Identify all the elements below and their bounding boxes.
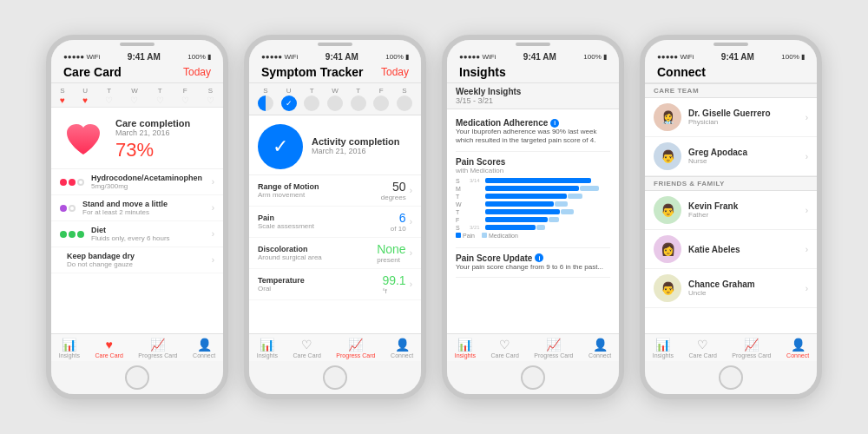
home-button-area-1 <box>51 361 223 394</box>
avatar-katie: 👩 <box>654 235 681 263</box>
tcal-t2: T <box>351 87 366 111</box>
tab-label-connect-3: Connect <box>589 352 611 358</box>
care-item-3[interactable]: Keep bandage dry Do not change gauze › <box>51 247 223 273</box>
care-item-1[interactable]: Stand and move a little For at least 2 m… <box>51 195 223 221</box>
care-card-today[interactable]: Today <box>183 66 211 78</box>
time-4: 9:41 AM <box>721 52 754 62</box>
tab-label-insights-4: Insights <box>653 352 674 358</box>
tab-label-progress-3: Progress Card <box>534 352 573 358</box>
friends-family-header: FRIENDS & FAMILY <box>645 176 817 191</box>
connect-icon-4: 👤 <box>791 338 806 352</box>
care-item-name-0: Hydrocodone/Acetaminophen <box>91 174 205 182</box>
tracker-item-2[interactable]: Discoloration Around surgical area None … <box>249 238 421 269</box>
speaker-4 <box>713 43 748 46</box>
home-button-1[interactable] <box>125 365 149 390</box>
med-adherence-desc: Your Ibuprofen adherence was 90% last we… <box>456 128 610 146</box>
tab-connect-2[interactable]: 👤 Connect <box>391 338 413 358</box>
insights-header-bar: Insights <box>447 63 619 83</box>
tab-insights-1[interactable]: 📊 Insights <box>59 338 80 358</box>
progress-icon-1: 📈 <box>150 338 165 352</box>
symptom-tracker-today[interactable]: Today <box>381 66 409 78</box>
connect-title: Connect <box>657 65 706 79</box>
care-heart-icon <box>60 116 107 163</box>
phone-notch-3 <box>447 40 619 47</box>
completion-date: March 21, 2016 <box>115 128 214 137</box>
home-button-4[interactable] <box>719 365 743 390</box>
tab-label-connect-4: Connect <box>786 352 809 358</box>
tcal-f: F <box>373 87 389 111</box>
tcal-dot-s <box>258 95 273 111</box>
care-item-2[interactable]: Diet Fluids only, every 6 hours › <box>51 221 223 247</box>
tracker-item-label-2: Discoloration Around surgical area <box>258 245 377 261</box>
connect-person-2[interactable]: 👨 Kevin Frank Father › <box>645 191 817 230</box>
insights-date-header: Weekly Insights 3/15 - 3/21 <box>447 83 619 109</box>
tab-connect-4[interactable]: 👤 Connect <box>786 338 809 358</box>
home-button-area-3 <box>447 361 619 394</box>
tab-insights-4[interactable]: 📊 Insights <box>653 338 674 358</box>
bar-pain-4 <box>485 209 560 214</box>
tab-progress-1[interactable]: 📈 Progress Card <box>138 338 177 358</box>
tab-insights-3[interactable]: 📊 Insights <box>455 338 476 358</box>
bar-med-6 <box>536 225 545 230</box>
home-button-2[interactable] <box>323 365 347 390</box>
speaker-2 <box>318 43 352 46</box>
home-button-3[interactable] <box>521 365 545 390</box>
signal-1: ●●●●● WiFi <box>63 53 100 61</box>
dot-green-1 <box>69 231 76 238</box>
care-item-name-2: Diet <box>91 226 205 234</box>
care-card-title: Care Card <box>63 65 122 79</box>
tab-label-care-4: Care Card <box>688 352 716 358</box>
tcal-t1: T <box>304 87 319 111</box>
signal-4: ●●●●● WiFi <box>657 53 694 61</box>
care-item-0[interactable]: Hydrocodone/Acetaminophen 5mg/300mg › <box>51 169 223 195</box>
tcal-u: U ✓ <box>281 87 297 111</box>
phone-symptom-tracker: ●●●●● WiFi 9:41 AM 100% ▮ Symptom Tracke… <box>244 35 426 399</box>
activity-info: Activity completion March 21, 2016 <box>312 136 412 157</box>
tracker-item-3[interactable]: Temperature Oral 99.1 °f › <box>249 269 421 300</box>
avatar-greg: 👨 <box>654 142 681 170</box>
tab-label-insights-2: Insights <box>257 352 278 358</box>
pain-score-info-icon: i <box>535 253 543 262</box>
person-role-greg: Nurse <box>688 157 799 165</box>
connect-person-1[interactable]: 👨 Greg Apodaca Nurse › <box>645 137 817 176</box>
tab-care-card-3[interactable]: ♡ Care Card <box>490 338 518 358</box>
battery-2: 100% ▮ <box>385 53 409 61</box>
tab-progress-4[interactable]: 📈 Progress Card <box>732 338 771 358</box>
connect-person-0[interactable]: 👩‍⚕️ Dr. Giselle Guerrero Physician › <box>645 98 817 137</box>
home-button-area-4 <box>645 361 817 394</box>
tab-connect-1[interactable]: 👤 Connect <box>193 338 215 358</box>
person-role-chance: Uncle <box>688 289 799 297</box>
connect-person-4[interactable]: 👨 Chance Graham Uncle › <box>645 269 817 308</box>
tracker-item-value-3: 99.1 <box>382 273 405 287</box>
tab-label-progress-1: Progress Card <box>138 352 177 358</box>
tab-progress-3[interactable]: 📈 Progress Card <box>534 338 573 358</box>
care-item-sub-1: For at least 2 minutes <box>82 208 205 216</box>
tcal-dot-t1 <box>304 95 319 111</box>
bar-row-1: M <box>456 186 610 192</box>
tab-label-connect-1: Connect <box>193 352 215 358</box>
battery-1: 100% ▮ <box>187 53 211 61</box>
tab-progress-2[interactable]: 📈 Progress Card <box>336 338 375 358</box>
bar-pain-6 <box>485 225 536 230</box>
tab-care-card-1[interactable]: ♥ Care Card <box>95 338 122 358</box>
tab-label-care-3: Care Card <box>490 352 518 358</box>
tracker-item-1[interactable]: Pain Scale assessment 6 of 10 › <box>249 207 421 238</box>
tab-insights-2[interactable]: 📊 Insights <box>257 338 278 358</box>
care-item-name-1: Stand and move a little <box>82 200 205 208</box>
tab-care-card-4[interactable]: ♡ Care Card <box>688 338 716 358</box>
tab-care-card-2[interactable]: ♡ Care Card <box>293 338 320 358</box>
phone-notch-1 <box>51 40 223 47</box>
insights-icon-2: 📊 <box>260 338 274 352</box>
tab-label-insights-3: Insights <box>455 352 476 358</box>
insights-icon-3: 📊 <box>457 338 472 352</box>
cal-day-u: U ♥ <box>82 87 88 105</box>
connect-person-3[interactable]: 👩 Katie Abeles › <box>645 230 817 269</box>
tracker-calendar: S U ✓ T W T <box>249 83 421 115</box>
tracker-item-0[interactable]: Range of Motion Arm movement 50 degrees … <box>249 175 421 207</box>
cal-day-f: F ♡ <box>181 87 189 105</box>
tracker-item-label-3: Temperature Oral <box>258 276 382 293</box>
time-2: 9:41 AM <box>326 52 358 62</box>
dot-outline-0 <box>77 179 84 186</box>
pain-scores-card: Pain Scores with Medication S 3/14 M <box>456 152 610 248</box>
tab-connect-3[interactable]: 👤 Connect <box>589 338 611 358</box>
